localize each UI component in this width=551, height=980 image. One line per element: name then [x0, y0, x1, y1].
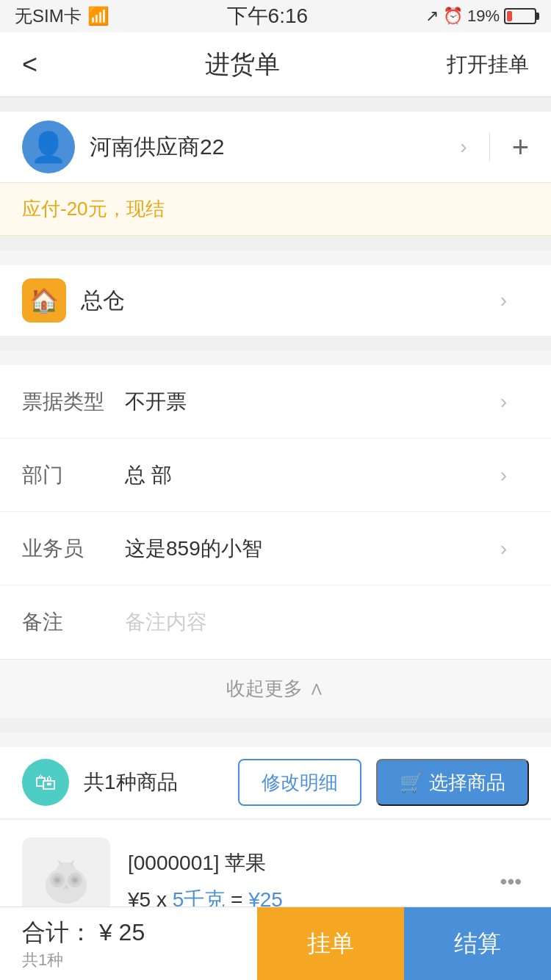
battery-icon: [504, 8, 536, 24]
invoice-chevron-icon: ›: [500, 390, 507, 414]
suspend-button[interactable]: 挂单: [257, 907, 404, 981]
invoice-value: 不开票: [125, 388, 500, 416]
gap-4: [0, 718, 551, 732]
signal-text: 无SIM卡: [15, 4, 82, 28]
dept-chevron-icon: ›: [500, 464, 507, 487]
edit-detail-button[interactable]: 修改明细: [238, 759, 361, 806]
product-count: 共1种商品: [84, 768, 238, 796]
form-row-note[interactable]: 备注 备注内容: [0, 586, 551, 659]
total-count: 共1种: [22, 949, 235, 971]
salesperson-value: 这是859的小智: [125, 535, 500, 563]
svg-point-6: [73, 878, 77, 882]
supplier-chevron-icon: ›: [460, 135, 467, 159]
status-time: 下午6:16: [227, 2, 309, 30]
page-title: 进货单: [205, 48, 280, 82]
salesperson-chevron-icon: ›: [500, 537, 507, 561]
status-left: 无SIM卡 📶: [15, 4, 109, 28]
alarm-icon: ⏰: [443, 7, 463, 26]
product-code: [0000001]: [128, 851, 220, 874]
salesperson-label: 业务员: [22, 535, 125, 563]
collapse-label: 收起更多 ∧: [226, 676, 324, 702]
gap-1: [0, 97, 551, 112]
checkout-button[interactable]: 结算: [404, 907, 551, 981]
owl-logo-icon: [37, 852, 96, 911]
back-button[interactable]: <: [22, 49, 37, 80]
form-row-invoice[interactable]: 票据类型 不开票 ›: [0, 365, 551, 439]
product-more-button[interactable]: •••: [493, 862, 529, 901]
collapse-bar[interactable]: 收起更多 ∧: [0, 659, 551, 718]
warehouse-icon: 🏠: [22, 278, 66, 323]
note-label: 备注: [22, 608, 125, 636]
gap-2: [0, 236, 551, 251]
warehouse-row[interactable]: 🏠 总仓 ›: [0, 265, 551, 336]
svg-point-5: [55, 878, 60, 882]
battery-percent: 19%: [467, 7, 500, 26]
location-icon: ↗: [425, 7, 439, 26]
open-suspend-button[interactable]: 打开挂单: [447, 51, 529, 79]
supplier-row[interactable]: 👤 河南供应商22 › +: [0, 112, 551, 182]
add-supplier-button[interactable]: +: [512, 131, 529, 164]
dept-value: 总 部: [125, 461, 500, 489]
warehouse-chevron-icon: ›: [500, 289, 507, 312]
divider-vertical: [489, 132, 490, 162]
select-product-icon: 🛒: [400, 771, 423, 794]
invoice-label: 票据类型: [22, 388, 125, 416]
product-name: [0000001] 苹果: [128, 849, 493, 877]
form-row-salesperson[interactable]: 业务员 这是859的小智 ›: [0, 512, 551, 586]
product-header: 🛍 共1种商品 修改明细 🛒 选择商品: [0, 747, 551, 818]
status-bar: 无SIM卡 📶 下午6:16 ↗ ⏰ 19%: [0, 0, 551, 32]
form-section: 票据类型 不开票 › 部门 总 部 › 业务员 这是859的小智 › 备注 备注…: [0, 365, 551, 659]
dept-label: 部门: [22, 461, 125, 489]
supplier-avatar: 👤: [22, 120, 75, 173]
product-title-text: 苹果: [225, 851, 266, 874]
total-label: 合计：: [22, 919, 93, 945]
select-product-button[interactable]: 🛒 选择商品: [376, 759, 529, 806]
product-info: [0000001] 苹果 ¥5 x 5千克 = ¥25: [128, 849, 493, 914]
supplier-name: 河南供应商22: [90, 132, 460, 162]
product-header-icon: 🛍: [22, 759, 69, 806]
total-amount: 合计： ¥ 25: [22, 917, 235, 949]
status-right: ↗ ⏰ 19%: [425, 7, 536, 26]
form-row-dept[interactable]: 部门 总 部 ›: [0, 439, 551, 512]
nav-bar: < 进货单 打开挂单: [0, 32, 551, 97]
wifi-icon: 📶: [87, 6, 109, 26]
note-input[interactable]: 备注内容: [125, 608, 529, 636]
warehouse-name: 总仓: [81, 286, 500, 316]
gap-3: [0, 336, 551, 350]
total-section: 合计： ¥ 25 共1种: [0, 917, 257, 971]
supplier-notice: 应付-20元，现结: [0, 182, 551, 236]
bottom-bar: 合计： ¥ 25 共1种 挂单 结算: [0, 907, 551, 980]
avatar-icon: 👤: [30, 130, 67, 165]
total-value: ¥ 25: [99, 919, 145, 945]
